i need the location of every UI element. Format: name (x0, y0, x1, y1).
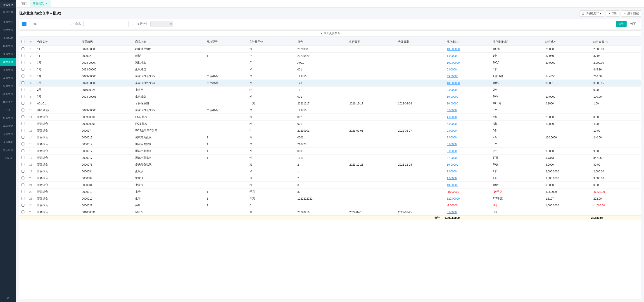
row-checkbox-cell[interactable] (19, 87, 27, 93)
row-checkbox[interactable] (22, 122, 24, 125)
row-checkbox-cell[interactable] (19, 189, 27, 195)
goods-input[interactable] (84, 21, 129, 27)
row-qty-main[interactable]: 1.00000 (444, 53, 490, 59)
query-button[interactable]: 查询 (616, 21, 626, 27)
row-qty-main[interactable]: 122.00000 (444, 195, 490, 202)
row-checkbox-cell[interactable] (19, 127, 27, 134)
row-checkbox[interactable] (22, 47, 24, 50)
sidebar-item-purchase[interactable]: 采购管理 (0, 50, 16, 58)
sidebar-search[interactable]: 搜索菜单 (0, 2, 16, 8)
goods-category-select[interactable] (150, 21, 173, 27)
row-qty-main[interactable]: 0.00000 (444, 87, 490, 93)
row-checkbox[interactable] (22, 142, 24, 145)
row-checkbox-cell[interactable] (19, 53, 27, 59)
row-checkbox[interactable] (22, 136, 24, 139)
row-checkbox[interactable] (22, 177, 24, 180)
row-checkbox[interactable] (22, 197, 24, 200)
row-checkbox[interactable] (22, 190, 24, 193)
sidebar-item-assets[interactable]: 资金管理 (0, 66, 16, 74)
row-qty-main[interactable]: 10.00000 (444, 182, 490, 189)
row-checkbox-cell[interactable] (19, 168, 27, 175)
sidebar-item-system[interactable]: 系统管理 (0, 130, 16, 138)
col-checkbox[interactable] (19, 38, 27, 46)
row-qty-main[interactable]: 100.00000 (444, 80, 490, 87)
sidebar-item-nav[interactable]: 快捷导航 (0, 8, 16, 16)
row-checkbox[interactable] (22, 204, 24, 207)
row-checkbox-cell[interactable] (19, 120, 27, 127)
row-checkbox[interactable] (22, 115, 24, 118)
row-checkbox[interactable] (22, 75, 24, 77)
row-qty-main[interactable]: 10.00000 (444, 161, 490, 168)
tab-close-icon[interactable]: ✕ (46, 2, 48, 5)
row-qty-main[interactable]: 10.00000 (444, 93, 490, 100)
sidebar-item-inventory[interactable]: 库存核查 (0, 58, 16, 66)
row-qty-main[interactable]: 10.00000 (444, 100, 490, 107)
row-checkbox[interactable] (22, 129, 24, 132)
row-qty-main[interactable]: 49.60000 (444, 73, 490, 80)
row-checkbox-cell[interactable] (19, 107, 27, 114)
sidebar-item-ops[interactable]: 经营管理 (0, 114, 16, 122)
row-checkbox[interactable] (22, 108, 24, 111)
sidebar-item-retail[interactable]: 零售管理 (0, 18, 16, 26)
row-qty-main[interactable]: 4.00000 (444, 114, 490, 120)
row-checkbox-cell[interactable] (19, 175, 27, 182)
row-qty-main[interactable]: -1.00000 (444, 202, 490, 209)
row-checkbox[interactable] (22, 163, 24, 166)
row-qty-main[interactable]: 0.00000 (444, 209, 490, 216)
sidebar-item-tax[interactable]: 税务管理 (0, 90, 16, 98)
row-qty-main[interactable]: 87.00000 (444, 155, 490, 161)
row-checkbox[interactable] (22, 102, 24, 105)
row-checkbox-cell[interactable] (19, 148, 27, 155)
row-qty-main[interactable]: 0.00000 (444, 127, 490, 134)
sidebar-item-collab[interactable]: 企业协同 (0, 138, 16, 146)
row-checkbox[interactable] (22, 170, 24, 173)
sidebar-item-cloud[interactable]: 云应用 (0, 154, 16, 162)
select-all-checkbox[interactable] (22, 40, 24, 43)
row-checkbox-cell[interactable] (19, 202, 27, 209)
row-qty-main[interactable]: 2.00000 (444, 134, 490, 141)
row-checkbox[interactable] (22, 183, 24, 186)
row-checkbox[interactable] (22, 156, 24, 159)
row-checkbox[interactable] (22, 54, 24, 57)
settings-button[interactable]: 设置 (628, 21, 638, 27)
row-checkbox[interactable] (22, 81, 24, 84)
row-checkbox-cell[interactable] (19, 209, 27, 216)
row-checkbox-cell[interactable] (19, 73, 27, 80)
row-checkbox-cell[interactable] (19, 195, 27, 202)
expand-conditions-button[interactable]: ▼ 展开更多条件 (19, 30, 641, 37)
row-checkbox-cell[interactable] (19, 59, 27, 66)
sidebar-item-ledger[interactable]: 总账管理 (0, 74, 16, 82)
warehouse-input[interactable] (29, 21, 67, 27)
row-qty-main[interactable]: 100.00000 (444, 59, 490, 66)
row-checkbox-cell[interactable] (19, 114, 27, 120)
show-hide-button[interactable]: 👁 显示/隐藏 (621, 11, 641, 17)
sidebar-item-fixed-assets[interactable]: 固定资产 (0, 98, 16, 106)
row-checkbox[interactable] (22, 210, 24, 213)
row-checkbox[interactable] (22, 88, 24, 91)
row-qty-main[interactable]: 100.00000 (444, 46, 490, 53)
row-checkbox-cell[interactable] (19, 155, 27, 161)
row-qty-main[interactable]: 1.00000 (444, 175, 490, 182)
print-button[interactable]: 🖨 按模板打印 ▾ (580, 11, 604, 17)
gear-icon[interactable]: ⚙ (0, 294, 16, 302)
sidebar-item-salary[interactable]: 工资 (0, 106, 16, 114)
row-qty-main[interactable]: 0.00000 (444, 107, 490, 114)
sidebar-item-invoice[interactable]: 发票管理 (0, 82, 16, 90)
sidebar-item-wholesale[interactable]: 批发管理 (0, 26, 16, 34)
row-qty-main[interactable]: 1.00000 (444, 168, 490, 175)
row-checkbox-cell[interactable] (19, 182, 27, 189)
tab-home[interactable]: 首页 (18, 0, 30, 7)
row-checkbox-cell[interactable] (19, 93, 27, 100)
row-checkbox[interactable] (22, 149, 24, 152)
row-qty-main[interactable]: 0.00000 (444, 141, 490, 148)
row-qty-main[interactable]: 4.00000 (444, 120, 490, 127)
sidebar-item-basic-info[interactable]: 基础信息 (0, 122, 16, 130)
row-checkbox[interactable] (22, 61, 24, 64)
row-checkbox-cell[interactable] (19, 161, 27, 168)
sidebar-item-guide[interactable]: 新手引导 (0, 146, 16, 154)
row-qty-main[interactable]: 0.00000 (444, 66, 490, 73)
row-checkbox[interactable] (22, 68, 24, 71)
tab-inventory-batch[interactable]: 库存批次 ✕ (30, 0, 51, 7)
row-qty-main[interactable]: 3.00000 (444, 148, 490, 155)
sidebar-item-ecom[interactable]: 电商管理 (0, 42, 16, 50)
